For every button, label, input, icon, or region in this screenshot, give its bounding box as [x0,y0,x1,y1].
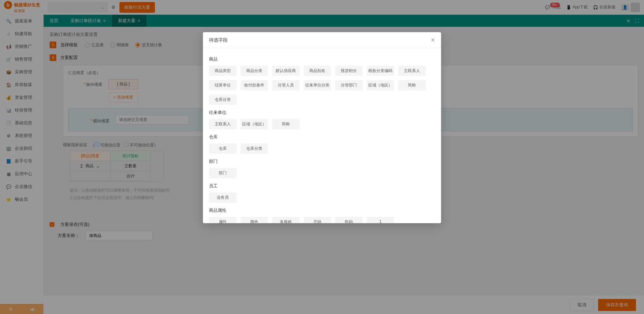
field-tag[interactable]: 分管部门 [335,80,363,90]
field-tag[interactable]: 商品别名 [304,66,331,76]
field-tags: 商品类型商品分类默认供应商商品别名拣货积分税收分类编码主联系人结算单位收付款条件… [209,66,435,105]
field-tag[interactable]: 简称 [272,119,300,129]
field-tags: 部门 [209,168,435,178]
field-tag[interactable]: 结算单位 [209,80,236,90]
field-tag[interactable]: 主联系人 [398,66,426,76]
field-group-title: 部门 [209,159,435,165]
field-tags: 主联系人区域（地区）简称 [209,119,435,129]
field-group-title: 仓库 [209,134,435,140]
field-tag[interactable]: 业务员 [209,192,236,203]
field-tag[interactable]: 属性 [209,217,236,223]
field-tag[interactable]: 收付款条件 [240,80,268,90]
field-group-title: 往来单位 [209,110,435,116]
modal-title: 待选字段 [209,37,228,43]
field-tag[interactable]: 仓库分类 [240,143,268,154]
field-tags: 业务员 [209,192,435,203]
field-tag[interactable]: 1 [367,217,394,223]
field-tag[interactable]: 尺码 [304,217,331,223]
field-tags: 仓库仓库分类 [209,143,435,154]
field-tag[interactable]: 多规格 [272,217,300,223]
modal-close-icon[interactable]: ✕ [431,37,435,43]
field-group-1: 往来单位主联系人区域（地区）简称 [209,110,435,129]
field-group-0: 商品商品类型商品分类默认供应商商品别名拣货积分税收分类编码主联系人结算单位收付款… [209,56,435,105]
field-group-title: 商品属性 [209,207,435,213]
field-tags: 属性颜色多规格尺码鞋码1 [209,217,435,223]
field-tag[interactable]: 商品类型 [209,66,236,76]
field-tag[interactable]: 税收分类编码 [367,66,394,76]
field-tag[interactable]: 拣货积分 [335,66,363,76]
modal-body: 商品商品类型商品分类默认供应商商品别名拣货积分税收分类编码主联系人结算单位收付款… [203,48,441,223]
field-selector-modal: 待选字段 ✕ 商品商品类型商品分类默认供应商商品别名拣货积分税收分类编码主联系人… [203,32,441,223]
field-tag[interactable]: 分管人员 [272,80,300,90]
field-group-4: 员工业务员 [209,183,435,203]
field-tag[interactable]: 鞋码 [335,217,363,223]
field-tag[interactable]: 商品分类 [240,66,268,76]
field-tag[interactable]: 部门 [209,168,236,178]
field-tag[interactable]: 颜色 [240,217,268,223]
field-group-5: 商品属性属性颜色多规格尺码鞋码1 [209,207,435,223]
field-tag[interactable]: 简称 [398,80,426,90]
field-tag[interactable]: 区域（地区） [240,119,268,129]
field-group-title: 员工 [209,183,435,189]
field-tag[interactable]: 往来单位分类 [304,80,331,90]
field-group-2: 仓库仓库仓库分类 [209,134,435,154]
field-tag[interactable]: 主联系人 [209,119,236,129]
field-tag[interactable]: 仓库 [209,143,236,154]
field-group-3: 部门部门 [209,159,435,178]
field-tag[interactable]: 默认供应商 [272,66,300,76]
field-group-title: 商品 [209,56,435,62]
modal-header: 待选字段 ✕ [203,32,441,48]
field-tag[interactable]: 仓库分类 [209,95,236,105]
field-tag[interactable]: 区域（地区） [367,80,394,90]
